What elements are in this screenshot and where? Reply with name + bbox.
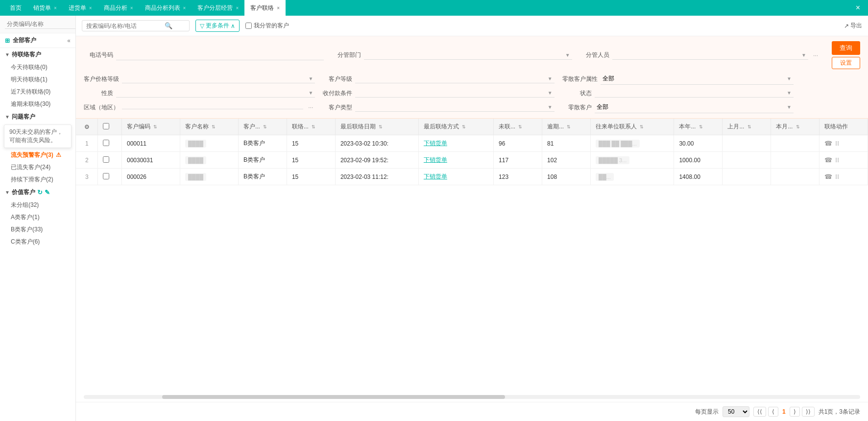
close-purchase-tab[interactable]: × <box>89 5 92 11</box>
action-icons-3: ☎ ⁞⁞ <box>824 173 863 180</box>
sidebar-item-churned[interactable]: 已流失客户(24) <box>0 161 75 173</box>
sidebar-group-pending[interactable]: ▼ 待联络客户 <box>0 48 75 61</box>
sort-icon-name[interactable]: ⇅ <box>212 124 216 129</box>
sort-icon-last-month[interactable]: ⇅ <box>747 124 751 129</box>
row-last-method-2[interactable]: 下销货单 <box>418 152 493 169</box>
row-last-method-3[interactable]: 下销货单 <box>418 169 493 185</box>
settings-button[interactable]: 设置 <box>832 57 860 69</box>
filter-search-input[interactable] <box>86 23 165 29</box>
nav-home[interactable]: 首页 <box>4 0 27 16</box>
sidebar-all-customers[interactable]: ⊞ 全部客户 « <box>0 33 75 48</box>
row-checkbox-2[interactable] <box>98 152 122 169</box>
sidebar-search-input[interactable] <box>5 20 76 29</box>
sidebar-item-today[interactable]: 今天待联络(0) <box>0 61 75 74</box>
sidebar-item-7days[interactable]: 近7天待联络(0) <box>0 86 75 98</box>
col-checkbox[interactable] <box>98 119 122 135</box>
page-last-btn[interactable]: ⟩⟩ <box>802 407 815 417</box>
row-select-2[interactable] <box>103 156 109 163</box>
page-prev-btn[interactable]: ⟨ <box>768 407 778 417</box>
filter-person-select[interactable]: ▼ <box>612 51 808 60</box>
filter-icon: ▽ <box>200 23 204 29</box>
filter-region-select[interactable] <box>122 106 303 109</box>
page-first-btn[interactable]: ⟨⟨ <box>753 407 766 417</box>
sort-icon-this-year[interactable]: ⇅ <box>699 124 703 129</box>
per-page-select[interactable]: 50 100 200 <box>723 406 749 417</box>
close-goods-list-tab[interactable]: × <box>183 5 186 11</box>
query-button[interactable]: 查询 <box>832 41 860 55</box>
nav-sales[interactable]: 销货单 × <box>27 0 63 16</box>
more-actions-2[interactable]: ⁞⁞ <box>835 156 839 164</box>
sort-icon-not-contacted[interactable]: ⇅ <box>518 124 522 129</box>
more-actions-1[interactable]: ⁞⁞ <box>835 140 839 147</box>
sort-icon-this-month[interactable]: ⇅ <box>796 124 800 129</box>
sidebar-group-problem[interactable]: ▼ 问题客户 <box>0 110 75 124</box>
filter-payment-select[interactable]: ▼ <box>355 89 554 98</box>
close-goods-analysis-tab[interactable]: × <box>130 5 133 11</box>
sort-icon-overdue[interactable]: ⇅ <box>567 124 571 129</box>
more-dots-region[interactable]: ··· <box>306 104 315 111</box>
window-close-button[interactable]: × <box>852 3 864 12</box>
close-customer-contact-tab[interactable]: × <box>277 5 280 11</box>
nav-goods-list[interactable]: 商品分析列表 × <box>139 0 192 16</box>
close-customer-tier-tab[interactable]: × <box>236 5 239 11</box>
sidebar-item-tomorrow[interactable]: 明天待联络(1) <box>0 74 75 86</box>
filter-dept-select[interactable]: ▼ <box>364 51 572 60</box>
contact-action-2[interactable]: ☎ <box>824 156 832 164</box>
row-checkbox-1[interactable] <box>98 135 122 152</box>
row-select-3[interactable] <box>103 173 109 179</box>
row-contact2-1: ███ ██ ███... <box>591 135 674 152</box>
contact-action-3[interactable]: ☎ <box>824 173 832 180</box>
filter-status-select[interactable]: ▼ <box>595 89 794 98</box>
filter-more-btn[interactable]: ▽ 更多条件 ∧ <box>195 20 240 32</box>
edit-icon[interactable]: ✎ <box>45 189 50 196</box>
sidebar-item-declining[interactable]: 持续下滑客户(2) <box>0 173 75 186</box>
nav-purchase[interactable]: 进货单 × <box>63 0 98 16</box>
row-last-method-1[interactable]: 下销货单 <box>418 135 493 152</box>
top-nav: 首页 销货单 × 进货单 × 商品分析 × 商品分析列表 × 客户分层经营 × … <box>0 0 868 16</box>
nav-customer-tier[interactable]: 客户分层经营 × <box>192 0 244 16</box>
sort-icon-code[interactable]: ⇅ <box>153 124 157 129</box>
refresh-icon[interactable]: ↻ <box>37 189 43 196</box>
row-select-1[interactable] <box>103 140 109 146</box>
sort-icon-last-date[interactable]: ⇅ <box>379 124 383 129</box>
filter-price-level-label: 客户价格等级 <box>84 75 119 83</box>
close-sales-tab[interactable]: × <box>54 5 57 11</box>
filter-nature-select[interactable]: ▼ <box>116 89 315 98</box>
chevron-up-icon: ∧ <box>231 23 235 29</box>
filter-price-level-select[interactable]: ▼ <box>122 74 315 83</box>
select-all-checkbox[interactable] <box>103 123 109 129</box>
sort-icon-last-method[interactable]: ⇅ <box>462 124 466 129</box>
filter-customer-level-select[interactable]: ▼ <box>355 74 554 83</box>
filter-retail-customer-select[interactable]: 全部 ▼ <box>595 101 794 113</box>
data-table-wrap: ⚙ 客户编码 ⇅ 客户名称 ⇅ 客户... ⇅ <box>76 119 868 392</box>
nav-customer-contact[interactable]: 客户联络 × <box>244 0 286 16</box>
sidebar-group-value[interactable]: ▼ 价值客户 ↻ ✎ <box>0 186 75 199</box>
sidebar-item-c-class[interactable]: C类客户(6) <box>0 236 75 248</box>
sidebar-item-churn-warning[interactable]: 流失预警客户(3) ⚠ <box>0 149 75 161</box>
col-settings[interactable]: ⚙ <box>76 119 98 135</box>
contact-action-1[interactable]: ☎ <box>824 140 832 147</box>
filter-customer-type-select[interactable]: ▼ <box>355 103 554 112</box>
horizontal-scrollbar[interactable] <box>84 395 860 399</box>
sidebar-item-a-class[interactable]: A类客户(1) <box>0 211 75 223</box>
filter-dept-label: 分管部门 <box>332 51 361 59</box>
sort-icon-contact[interactable]: ⇅ <box>312 124 315 129</box>
sort-icon-contact2[interactable]: ⇅ <box>640 124 644 129</box>
more-dots-person[interactable]: ··· <box>811 52 820 59</box>
export-btn[interactable]: ↗ 导出 <box>844 22 862 30</box>
sidebar-item-b-class[interactable]: B类客户(33) <box>0 223 75 236</box>
filter-phone-input[interactable] <box>116 50 324 60</box>
scrollbar-thumb[interactable] <box>162 395 505 399</box>
sidebar-item-ungrouped[interactable]: 未分组(32) <box>0 199 75 211</box>
filter-retail-attr-select[interactable]: 全部 ▼ <box>601 73 794 85</box>
adv-filter-panel: 电话号码 分管部门 ▼ 分管人员 ▼ ··· 查询 <box>76 36 868 119</box>
row-checkbox-3[interactable] <box>98 169 122 185</box>
page-next-btn[interactable]: ⟩ <box>790 407 800 417</box>
my-customers-check[interactable] <box>245 23 252 29</box>
more-actions-3[interactable]: ⁞⁞ <box>835 173 839 180</box>
sort-icon-type[interactable]: ⇅ <box>263 124 267 129</box>
nav-goods-analysis[interactable]: 商品分析 × <box>98 0 139 16</box>
warning-icon: ⚠ <box>56 151 61 158</box>
my-customers-checkbox[interactable]: 我分管的客户 <box>245 22 289 30</box>
sidebar-item-overdue[interactable]: 逾期未联络(30) <box>0 98 75 110</box>
